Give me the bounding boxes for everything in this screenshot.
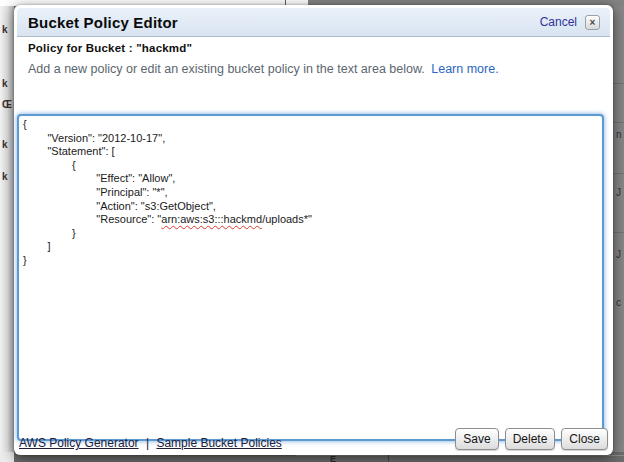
bg-column-line xyxy=(388,455,389,462)
bg-text-fragment: n xyxy=(616,130,622,140)
background-right-strip: n J J c xyxy=(613,6,624,452)
spellcheck-underline: arn:aws:s3:::hackmd xyxy=(161,213,262,225)
close-icon[interactable]: × xyxy=(585,15,600,30)
bg-text-fragment: k xyxy=(2,140,8,150)
link-separator: | xyxy=(146,436,149,450)
learn-more-link[interactable]: Learn more. xyxy=(431,62,498,76)
policy-text[interactable]: { "Version": "2012-10-17", "Statement": … xyxy=(19,116,602,268)
description-text: Add a new policy or edit an existing buc… xyxy=(28,62,425,76)
bg-text-fragment: k xyxy=(2,25,8,35)
save-button[interactable]: Save xyxy=(455,428,498,450)
bg-text-fragment: Œ xyxy=(2,100,12,110)
bg-text-fragment: J xyxy=(616,188,621,198)
bg-row-line xyxy=(613,122,624,123)
bg-text-fragment: E xyxy=(330,454,336,462)
bg-row-line xyxy=(296,455,624,456)
bg-row-line xyxy=(613,173,624,174)
dialog-title: Bucket Policy Editor xyxy=(28,14,178,31)
footer-buttons: Save Delete Close xyxy=(455,428,608,450)
bucket-policy-editor-dialog: Bucket Policy Editor Cancel × Policy for… xyxy=(14,5,613,455)
aws-policy-generator-link[interactable]: AWS Policy Generator xyxy=(19,436,139,450)
background-page-corner xyxy=(0,452,14,462)
close-button[interactable]: Close xyxy=(561,428,608,450)
description-line: Add a new policy or edit an existing buc… xyxy=(28,62,499,76)
bg-row-line xyxy=(613,83,624,84)
policy-for-bucket-label: Policy for Bucket : "hackmd" xyxy=(28,42,192,54)
cancel-link[interactable]: Cancel xyxy=(540,15,577,29)
delete-button[interactable]: Delete xyxy=(505,428,556,450)
sample-bucket-policies-link[interactable]: Sample Bucket Policies xyxy=(156,436,281,450)
footer-links: AWS Policy Generator | Sample Bucket Pol… xyxy=(19,436,282,450)
bg-text-fragment: k xyxy=(2,79,8,89)
policy-textarea[interactable]: { "Version": "2012-10-17", "Statement": … xyxy=(17,114,604,441)
bg-text-fragment: k xyxy=(2,172,8,182)
bg-text-fragment: J xyxy=(616,250,621,260)
background-left-strip: k k Œ k k xyxy=(0,6,14,452)
screen: k k Œ k k n J J c E Bucket Policy Editor… xyxy=(0,0,624,462)
dialog-header: Bucket Policy Editor Cancel × xyxy=(17,8,610,37)
bg-text-fragment: c xyxy=(616,298,621,308)
bg-row-line xyxy=(613,232,624,233)
